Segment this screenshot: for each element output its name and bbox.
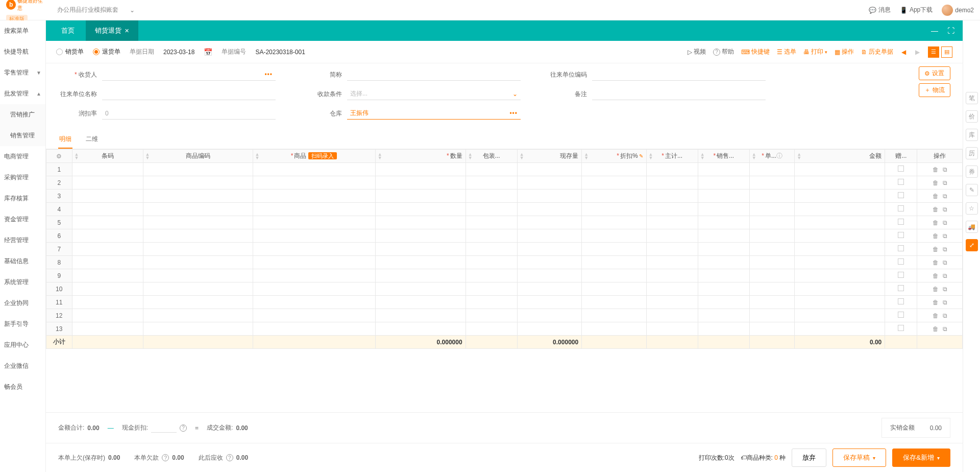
delete-icon[interactable]: 🗑 <box>933 193 939 200</box>
remark-input[interactable] <box>592 88 766 100</box>
sidebar-item[interactable]: 经营管理 <box>0 230 45 251</box>
delete-icon[interactable]: 🗑 <box>933 179 939 186</box>
sidebar-item[interactable]: 营销推广 <box>0 104 45 125</box>
sidebar-item[interactable]: 快捷导航 <box>0 41 45 62</box>
col-stock[interactable]: ▲▼现存量 <box>517 150 581 163</box>
table-row[interactable]: 6🗑⧉ <box>46 229 963 243</box>
table-row[interactable]: 5🗑⧉ <box>46 216 963 229</box>
delete-icon[interactable]: 🗑 <box>933 299 939 306</box>
rail-icon[interactable]: 券 <box>966 166 978 178</box>
sidebar-item[interactable]: 搜索菜单 <box>0 20 45 41</box>
unitname-input[interactable] <box>102 88 276 100</box>
delete-icon[interactable]: 🗑 <box>933 325 939 333</box>
rail-icon[interactable]: 笔 <box>966 92 978 104</box>
gift-checkbox[interactable] <box>898 312 904 318</box>
short-input[interactable] <box>347 68 521 81</box>
app-download-link[interactable]: 📱App下载 <box>900 6 933 14</box>
sidebar-item[interactable]: 系统管理 <box>0 272 45 293</box>
delete-icon[interactable]: 🗑 <box>933 206 939 213</box>
gift-checkbox[interactable] <box>898 325 904 331</box>
video-link[interactable]: ▷视频 <box>688 48 706 56</box>
warehouse-input[interactable]: 王振伟••• <box>347 107 521 120</box>
table-row[interactable]: 12🗑⧉ <box>46 309 963 322</box>
scan-badge[interactable]: 扫码录入 <box>308 152 337 159</box>
pay-select[interactable]: 选择...⌄ <box>347 88 521 100</box>
copy-icon[interactable]: ⧉ <box>943 325 947 333</box>
tab-home[interactable]: 首页 <box>52 20 84 41</box>
sidebar-item[interactable]: 零售管理▼ <box>0 62 45 83</box>
sidebar-item[interactable]: 资金管理 <box>0 209 45 230</box>
gift-checkbox[interactable] <box>898 298 904 304</box>
col-sale[interactable]: ▲▼销售... <box>698 150 749 163</box>
table-row[interactable]: 13🗑⧉ <box>46 322 963 336</box>
copy-icon[interactable]: ⧉ <box>943 193 947 200</box>
calendar-icon[interactable]: 📅 <box>204 48 212 56</box>
view-card[interactable]: ▤ <box>941 46 952 58</box>
copy-icon[interactable]: ⧉ <box>943 179 947 186</box>
receiver-input[interactable]: ••• <box>102 68 276 81</box>
copy-icon[interactable]: ⧉ <box>943 232 947 240</box>
sidebar-item[interactable]: 畅会员 <box>0 376 45 397</box>
gift-checkbox[interactable] <box>898 166 904 172</box>
col-code[interactable]: ▲▼商品编码 <box>143 150 253 163</box>
code-input[interactable] <box>592 68 766 81</box>
gift-checkbox[interactable] <box>898 179 904 185</box>
cash-input[interactable] <box>151 423 177 433</box>
col-main[interactable]: ▲▼主计... <box>646 150 698 163</box>
table-row[interactable]: 7🗑⧉ <box>46 243 963 256</box>
table-row[interactable]: 8🗑⧉ <box>46 256 963 269</box>
col-unit[interactable]: ▲▼单...ⓘ <box>749 150 794 163</box>
gift-checkbox[interactable] <box>898 205 904 211</box>
next-doc[interactable]: ▶ <box>914 49 921 56</box>
save-draft-button[interactable]: 保存草稿▾ <box>832 449 886 467</box>
copy-icon[interactable]: ⧉ <box>943 286 947 293</box>
view-list[interactable]: ☰ <box>928 46 939 58</box>
help-icon[interactable]: ? <box>226 454 233 461</box>
table-row[interactable]: 2🗑⧉ <box>46 176 963 190</box>
gift-checkbox[interactable] <box>898 285 904 291</box>
gift-checkbox[interactable] <box>898 245 904 251</box>
edit-icon[interactable]: ✎ <box>639 153 643 159</box>
col-qty[interactable]: ▲▼数量 <box>375 150 465 163</box>
copy-icon[interactable]: ⧉ <box>943 206 947 213</box>
rail-icon[interactable]: 历 <box>966 147 978 159</box>
gift-checkbox[interactable] <box>898 192 904 198</box>
delete-icon[interactable]: 🗑 <box>933 312 939 319</box>
col-product[interactable]: ▲▼商品扫码录入 <box>253 150 375 163</box>
col-amount[interactable]: ▲▼金额 <box>795 150 885 163</box>
gift-checkbox[interactable] <box>898 219 904 225</box>
discard-button[interactable]: 放弃 <box>792 449 826 467</box>
gift-checkbox[interactable] <box>898 272 904 278</box>
delete-icon[interactable]: 🗑 <box>933 259 939 266</box>
shortcut-link[interactable]: ⌨快捷键 <box>741 48 770 56</box>
logistics-button[interactable]: ＋物流 <box>919 83 950 97</box>
delete-icon[interactable]: 🗑 <box>933 232 939 240</box>
sidebar-item[interactable]: 企业微信 <box>0 356 45 376</box>
close-icon[interactable]: ✕ <box>125 20 129 41</box>
lookup-icon[interactable]: ••• <box>509 110 518 117</box>
sidebar-item[interactable]: 基础信息 <box>0 251 45 272</box>
table-row[interactable]: 3🗑⧉ <box>46 190 963 203</box>
delete-icon[interactable]: 🗑 <box>933 166 939 173</box>
lookup-icon[interactable]: ••• <box>264 71 273 78</box>
copy-icon[interactable]: ⧉ <box>943 272 947 279</box>
copy-icon[interactable]: ⧉ <box>943 166 947 173</box>
rail-icon[interactable]: ☆ <box>966 202 978 215</box>
col-gift[interactable]: 赠... <box>885 150 917 163</box>
table-row[interactable]: 1🗑⧉ <box>46 163 963 176</box>
copy-icon[interactable]: ⧉ <box>943 299 947 306</box>
help-icon[interactable]: ? <box>162 454 169 461</box>
copy-icon[interactable]: ⧉ <box>943 259 947 266</box>
rail-icon[interactable]: 库 <box>966 129 978 141</box>
sidebar-item[interactable]: 新手引导 <box>0 314 45 335</box>
delete-icon[interactable]: 🗑 <box>933 272 939 279</box>
copy-icon[interactable]: ⧉ <box>943 246 947 253</box>
sidebar-item[interactable]: 销售管理 <box>0 125 45 146</box>
help-link[interactable]: ?帮助 <box>713 48 734 56</box>
sidebar-item[interactable]: 企业协同 <box>0 293 45 314</box>
subtab-detail[interactable]: 明细 <box>58 131 72 149</box>
sidebar-item[interactable]: 批发管理▲ <box>0 83 45 104</box>
copy-icon[interactable]: ⧉ <box>943 312 947 319</box>
history-link[interactable]: 🗎历史单据 <box>861 48 893 56</box>
radio-return[interactable]: 退货单 <box>93 48 120 56</box>
